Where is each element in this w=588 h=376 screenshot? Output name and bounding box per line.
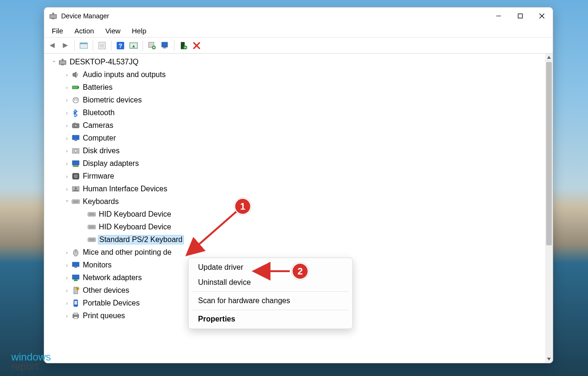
chevron-icon[interactable]: ⌄ — [50, 57, 57, 63]
firmware-icon — [72, 172, 80, 180]
tree-item[interactable]: ›Bluetooth — [50, 106, 545, 119]
svg-rect-1 — [52, 13, 54, 15]
svg-rect-31 — [72, 135, 79, 140]
remove-device-button[interactable] — [191, 40, 202, 51]
speaker-icon — [72, 70, 80, 79]
chevron-icon[interactable]: › — [63, 161, 71, 166]
tree-item[interactable]: ›Firmware — [50, 170, 545, 182]
context-menu-item[interactable]: Uninstall device — [189, 275, 352, 290]
show-hidden-button[interactable] — [79, 40, 89, 51]
tree-item-label: Network adapters — [83, 274, 142, 282]
annotation-callout-2: 2 — [292, 263, 309, 280]
chevron-icon[interactable]: › — [63, 85, 71, 90]
printer-icon — [72, 312, 80, 320]
tree-item[interactable]: ⌄Keyboards — [50, 195, 545, 208]
chevron-icon[interactable]: › — [63, 186, 71, 192]
tree-item[interactable]: ›Audio inputs and outputs — [50, 68, 545, 81]
scroll-up-button[interactable] — [545, 54, 553, 61]
callout-number: 1 — [240, 201, 245, 212]
chevron-icon[interactable]: › — [63, 300, 71, 306]
menu-action[interactable]: Action — [70, 25, 101, 36]
callout-number: 2 — [297, 266, 302, 277]
chevron-icon[interactable]: › — [63, 250, 71, 255]
svg-point-29 — [74, 124, 77, 127]
svg-rect-24 — [61, 64, 64, 65]
tree-item[interactable]: ›Batteries — [50, 81, 545, 94]
svg-rect-90 — [74, 317, 78, 319]
svg-rect-26 — [78, 86, 79, 88]
svg-rect-79 — [74, 267, 77, 268]
menu-view[interactable]: View — [101, 25, 127, 36]
tree-item[interactable]: ⌄DESKTOP-4L537JQ — [50, 55, 545, 68]
svg-rect-87 — [74, 301, 77, 305]
tree-item[interactable]: ›Biometric devices — [50, 94, 545, 106]
svg-rect-69 — [88, 238, 95, 242]
svg-rect-89 — [74, 313, 78, 315]
watermark-line2: report — [11, 362, 51, 371]
biometric-icon — [72, 96, 80, 104]
maximize-button[interactable] — [509, 8, 531, 24]
vertical-scrollbar[interactable] — [545, 54, 553, 363]
tree-item[interactable]: ›Computer — [50, 132, 545, 144]
tree-item[interactable]: ›Mice and other pointing de — [50, 246, 545, 258]
chevron-icon[interactable]: ⌄ — [63, 197, 71, 203]
svg-rect-2 — [52, 18, 55, 19]
chevron-icon[interactable]: › — [63, 110, 71, 116]
chevron-icon[interactable]: › — [63, 288, 71, 293]
tree-item-label: HID Keyboard Device — [99, 223, 171, 231]
chevron-icon[interactable]: › — [63, 135, 71, 141]
chevron-icon[interactable]: › — [63, 313, 71, 319]
update-driver-button[interactable] — [147, 40, 157, 51]
tree-item-label: Batteries — [83, 83, 112, 92]
svg-rect-35 — [72, 161, 79, 165]
toolbar-separator — [111, 40, 111, 51]
svg-rect-22 — [59, 61, 66, 64]
menu-help[interactable]: Help — [127, 25, 153, 36]
chevron-icon[interactable]: › — [63, 262, 71, 268]
tree-item[interactable]: ›Display adapters — [50, 157, 545, 170]
scrollbar-thumb[interactable] — [546, 62, 552, 245]
uninstall-device-button[interactable] — [178, 40, 189, 51]
svg-rect-23 — [62, 59, 64, 61]
help-button[interactable]: ? — [115, 40, 126, 51]
svg-rect-47 — [75, 188, 77, 189]
chevron-icon[interactable]: › — [63, 97, 71, 103]
tree-item[interactable]: ›Human Interface Devices — [50, 182, 545, 195]
context-menu-separator — [192, 291, 349, 292]
tree-item-label: Display adapters — [83, 159, 139, 168]
svg-rect-18 — [162, 42, 167, 47]
context-menu-item[interactable]: Update driver — [189, 260, 352, 275]
chevron-icon[interactable]: › — [63, 173, 71, 179]
display-adapter-icon — [72, 159, 80, 168]
context-menu-item[interactable]: Scan for hardware changes — [189, 293, 352, 308]
menu-file[interactable]: File — [47, 25, 70, 36]
tree-item-label: Firmware — [83, 172, 114, 180]
chevron-icon[interactable]: › — [63, 123, 71, 128]
chevron-icon[interactable]: › — [63, 275, 71, 281]
minimize-button[interactable] — [488, 8, 509, 24]
window-title: Device Manager — [61, 12, 109, 20]
svg-rect-30 — [74, 123, 76, 124]
chevron-icon[interactable]: › — [63, 72, 71, 78]
properties-button[interactable] — [97, 40, 107, 51]
window-controls — [488, 8, 553, 24]
context-menu-item[interactable]: Properties — [189, 312, 352, 327]
computer-root-icon — [58, 58, 67, 66]
toolbar-separator — [143, 40, 143, 51]
enable-device-button[interactable] — [160, 40, 170, 51]
toolbar: ◄ ► ? — [44, 38, 553, 54]
tree-item-label: Bluetooth — [83, 109, 115, 117]
tree-item-label: Portable Devices — [83, 299, 140, 307]
chevron-icon[interactable]: › — [63, 148, 71, 154]
tree-item[interactable]: ›Standard PS/2 Keyboard — [50, 233, 545, 246]
close-button[interactable] — [531, 8, 553, 24]
forward-button[interactable]: ► — [60, 40, 71, 51]
scroll-down-button[interactable] — [545, 355, 553, 363]
tree-item[interactable]: ›Disk drives — [50, 144, 545, 157]
svg-rect-48 — [72, 200, 79, 204]
back-button[interactable]: ◄ — [47, 40, 57, 51]
scan-hardware-button[interactable] — [128, 40, 139, 51]
tree-item[interactable]: ›HID Keyboard Device — [50, 208, 545, 220]
tree-item[interactable]: ›HID Keyboard Device — [50, 220, 545, 233]
tree-item[interactable]: ›Cameras — [50, 119, 545, 132]
